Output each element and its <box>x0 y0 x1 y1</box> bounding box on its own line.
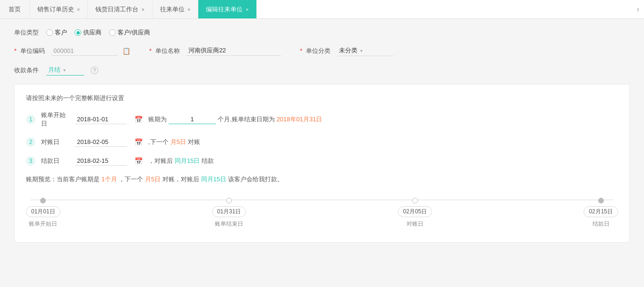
timeline-point-1: 01月31日 账单结束日 <box>212 198 246 228</box>
payment-condition-value: 月结 <box>48 66 60 74</box>
row-type-2: 对账日 <box>41 138 69 146</box>
unit-info-row: * 单位编码 000001 📋 * 单位名称 河南供应商22 * 单位分类 未分… <box>14 45 630 56</box>
unit-category-required: * <box>300 47 302 54</box>
start-date-input[interactable] <box>75 115 127 124</box>
unit-category-value: 未分类 <box>339 46 357 55</box>
tab-edit-counterpart-label: 编辑往来单位 <box>206 5 243 14</box>
reconcile-desc-prefix: ,下一个 <box>148 138 169 146</box>
unit-code-input[interactable]: 000001 <box>51 46 118 56</box>
timeline-dot-3 <box>598 198 604 203</box>
preview-text: 账期预览：当前客户账期是 1个月 ，下一个 月5日 对账，对账后 同月15日 该… <box>26 175 618 184</box>
start-date-calendar-icon[interactable]: 📅 <box>135 116 143 123</box>
unit-name-input[interactable]: 河南供应商22 <box>186 46 281 56</box>
timeline: 01月01日 账单开始日 01月31日 账单结束日 02月05日 对账日 02月… <box>26 193 618 233</box>
timeline-point-0: 01月01日 账单开始日 <box>26 198 60 228</box>
preview-mid1: ，下一个 <box>119 176 143 183</box>
payment-desc-suffix: 结款 <box>202 157 214 165</box>
section-instruction: 请按照未来的一个完整帐期进行设置 <box>26 94 618 102</box>
payment-help-icon[interactable]: ? <box>91 67 98 74</box>
preview-mid2: 对账，对账后 <box>162 176 199 183</box>
timeline-label-2: 对账日 <box>407 220 424 228</box>
period-value-input[interactable] <box>169 115 216 124</box>
preview-prefix: 账期预览：当前客户账期是 <box>26 176 100 183</box>
tab-edit-counterpart[interactable]: 编辑往来单位 × <box>198 0 256 18</box>
timeline-badge-1: 01月31日 <box>212 206 246 217</box>
tab-sales-history[interactable]: 销售订单历史 × <box>30 0 88 18</box>
reconcile-date-calendar-icon[interactable]: 📅 <box>135 138 143 146</box>
unit-name-group: * 单位名称 河南供应商22 <box>149 46 281 56</box>
tab-cashflow-close[interactable]: × <box>141 7 144 12</box>
tab-home[interactable]: 首页 <box>0 0 30 18</box>
preview-highlight3: 同月15日 <box>201 176 226 183</box>
preview-highlight1: 1个月 <box>102 176 117 183</box>
tab-counterparts-label: 往来单位 <box>160 5 185 14</box>
payment-date-input[interactable] <box>75 156 127 166</box>
period-desc-2: ,下一个 月5日 对账 <box>148 138 200 146</box>
unit-name-label: 单位名称 <box>155 47 180 55</box>
unit-code-copy-icon[interactable]: 📋 <box>122 47 130 55</box>
tabs-chevron[interactable]: › <box>632 0 644 18</box>
tab-counterparts-close[interactable]: × <box>187 7 190 12</box>
period-desc-3: ，对账后 同月15日 结款 <box>148 157 214 165</box>
period-label: 账期为 <box>148 115 167 124</box>
period-unit: 个月,账单结束日期为 <box>218 115 275 124</box>
radio-supplier-label: 供应商 <box>83 28 102 37</box>
unit-name-required: * <box>149 47 152 54</box>
timeline-point-2: 02月05日 对账日 <box>398 198 432 228</box>
row-num-2: 2 <box>26 137 35 147</box>
radio-customer-circle <box>46 29 53 36</box>
tab-sales-history-close[interactable]: × <box>77 7 80 12</box>
tab-edit-counterpart-close[interactable]: × <box>246 7 248 12</box>
timeline-dot-1 <box>226 198 232 203</box>
radio-customer-label: 客户 <box>55 28 67 37</box>
payment-condition-arrow-icon: ▾ <box>63 68 66 73</box>
unit-category-label: 单位分类 <box>306 47 330 55</box>
timeline-badge-2: 02月05日 <box>398 206 432 217</box>
unit-type-row: 单位类型 客户 供应商 客户/供应商 <box>14 28 630 37</box>
period-row-3: 3 结款日 📅 ，对账后 同月15日 结款 <box>26 156 618 166</box>
radio-supplier[interactable]: 供应商 <box>75 28 102 37</box>
timeline-dot-0 <box>40 198 46 203</box>
timeline-points: 01月01日 账单开始日 01月31日 账单结束日 02月05日 对账日 02月… <box>26 198 618 228</box>
timeline-label-0: 账单开始日 <box>29 220 57 228</box>
tab-home-label: 首页 <box>8 5 21 14</box>
main-content: 单位类型 客户 供应商 客户/供应商 * 单位编码 000001 📋 * <box>0 19 644 287</box>
tab-counterparts[interactable]: 往来单位 × <box>153 0 198 18</box>
radio-customer-supplier[interactable]: 客户/供应商 <box>109 28 150 37</box>
reconcile-desc-suffix: 对账 <box>188 138 200 146</box>
unit-code-group: * 单位编码 000001 📋 <box>14 46 130 56</box>
payment-date-calendar-icon[interactable]: 📅 <box>135 157 143 165</box>
radio-customer[interactable]: 客户 <box>46 28 67 37</box>
tab-cashflow[interactable]: 钱货日清工作台 × <box>88 0 152 18</box>
payment-condition-select[interactable]: 月结 ▾ <box>46 65 84 76</box>
period-row-2: 2 对账日 📅 ,下一个 月5日 对账 <box>26 137 618 147</box>
timeline-label-3: 结款日 <box>593 220 610 228</box>
row-num-3: 3 <box>26 156 35 166</box>
chevron-right-icon: › <box>636 4 639 14</box>
radio-supplier-circle <box>75 29 81 36</box>
row-type-1: 账单开始日 <box>41 111 69 128</box>
unit-code-required: * <box>14 47 17 54</box>
unit-category-arrow-icon: ▾ <box>360 48 363 53</box>
period-desc-1: 账期为 个月,账单结束日期为 2018年01月31日 <box>148 115 322 124</box>
timeline-dot-2 <box>412 198 418 203</box>
row-num-1: 1 <box>26 115 35 124</box>
reconcile-date-input[interactable] <box>75 137 127 147</box>
tab-cashflow-label: 钱货日清工作台 <box>95 5 138 14</box>
timeline-label-1: 账单结束日 <box>215 220 243 228</box>
unit-type-label: 单位类型 <box>14 28 39 37</box>
timeline-point-3: 02月15日 结款日 <box>584 198 618 228</box>
preview-suffix: 该客户会给我打款。 <box>228 176 283 183</box>
payment-condition-label: 收款条件 <box>14 66 39 75</box>
reconcile-desc-highlight: 月5日 <box>170 138 186 146</box>
unit-code-label: 单位编码 <box>20 47 45 55</box>
tab-sales-history-label: 销售订单历史 <box>37 5 74 14</box>
radio-group: 客户 供应商 客户/供应商 <box>46 28 150 37</box>
row-type-3: 结款日 <box>41 157 69 165</box>
unit-category-group: * 单位分类 未分类 ▾ <box>300 45 394 56</box>
radio-customer-supplier-label: 客户/供应商 <box>118 28 150 37</box>
tabs-bar: 首页 销售订单历史 × 钱货日清工作台 × 往来单位 × 编辑往来单位 × › <box>0 0 644 19</box>
payment-condition-row: 收款条件 月结 ▾ ? <box>14 65 630 76</box>
unit-category-select[interactable]: 未分类 ▾ <box>337 45 394 56</box>
preview-highlight2: 月5日 <box>145 176 161 183</box>
